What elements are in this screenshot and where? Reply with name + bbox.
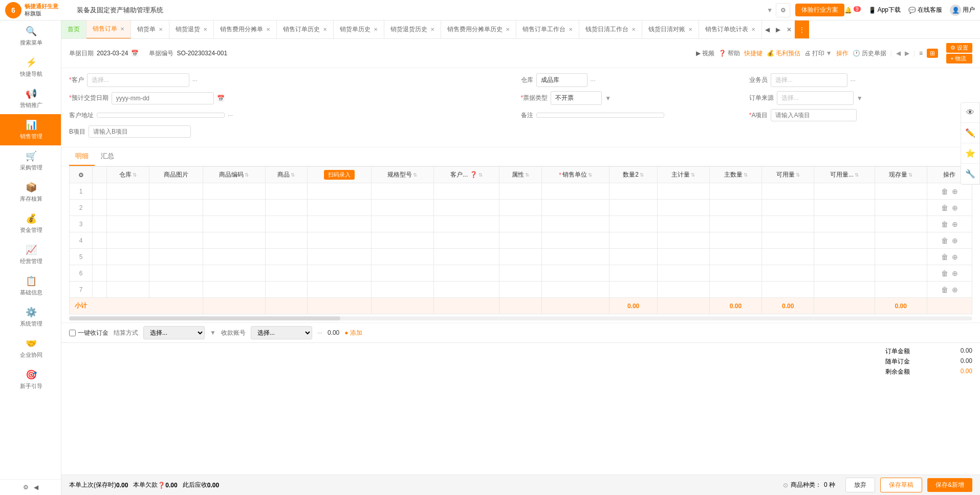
cell-stock-7[interactable] [875, 282, 927, 298]
print-btn[interactable]: 🖨 打印 ▼ [804, 49, 832, 58]
cell-avail2-4[interactable] [814, 232, 875, 249]
cell-unit-1[interactable] [541, 183, 609, 200]
cell-spec-4[interactable] [372, 232, 434, 249]
cell-warehouse-7[interactable] [106, 282, 149, 298]
account-more-btn[interactable]: ··· [317, 329, 322, 336]
cell-mainqty-2[interactable] [709, 200, 761, 216]
cell-attr-6[interactable] [499, 265, 542, 282]
cell-warehouse-4[interactable] [106, 232, 149, 249]
tab-close-sales-expense[interactable]: ✕ [266, 27, 270, 32]
delivery-date-input[interactable] [112, 92, 214, 104]
cell-attr-7[interactable] [499, 282, 542, 298]
sidebar-item-sales[interactable]: 📊 销售管理 [0, 114, 61, 145]
cell-spec-6[interactable] [372, 265, 434, 282]
cell-unit-6[interactable] [541, 265, 609, 282]
delete-row-btn-1[interactable]: 🗑 [940, 186, 949, 197]
cell-code-2[interactable] [203, 200, 265, 216]
cell-qty2-3[interactable] [609, 216, 658, 232]
cell-mainunit-5[interactable] [657, 249, 709, 265]
cell-custcode-4[interactable] [433, 232, 499, 249]
cell-stock-6[interactable] [875, 265, 927, 282]
cell-spec-7[interactable] [372, 282, 434, 298]
cell-qty2-6[interactable] [609, 265, 658, 282]
staff-more-btn[interactable]: ··· [851, 77, 856, 84]
tab-close-order-workbench[interactable]: ✕ [569, 27, 573, 32]
cell-avail-2[interactable] [762, 200, 814, 216]
th-settings[interactable]: ⚙ [70, 167, 93, 183]
app-download-item[interactable]: 📱 App下载 [868, 6, 901, 14]
settings-btn[interactable]: ⚙ 设置 [946, 43, 972, 53]
cell-product-5[interactable] [265, 249, 308, 265]
th-main-qty[interactable]: 主数量⇅ [709, 167, 761, 183]
copy-row-btn-5[interactable]: ⊕ [951, 252, 959, 262]
horizontal-scrollbar[interactable] [69, 316, 972, 320]
cell-mainunit-7[interactable] [657, 282, 709, 298]
th-available-qty[interactable]: 可用量⇅ [762, 167, 814, 183]
cell-mainqty-6[interactable] [709, 265, 761, 282]
save-draft-btn[interactable]: 保存草稿 [880, 478, 922, 492]
ops-btn[interactable]: 操作 [836, 49, 848, 58]
tab-close-sales-return[interactable]: ✕ [203, 27, 207, 32]
cell-qty2-2[interactable] [609, 200, 658, 216]
cell-mainqty-7[interactable] [709, 282, 761, 298]
notice-item[interactable]: 🔔 9 [844, 7, 861, 14]
shortcut-btn[interactable]: 快捷键 [744, 49, 763, 58]
tab-order-stats[interactable]: 销售订单统计表 ✕ [699, 20, 762, 39]
cell-code-5[interactable] [203, 249, 265, 265]
view-btn[interactable]: ▶ 视频 [696, 49, 714, 58]
sidebar-item-basic[interactable]: 📋 基础信息 [0, 270, 61, 302]
tab-close-order-stats[interactable]: ✕ [751, 27, 755, 32]
remark-input[interactable] [536, 113, 664, 118]
cell-warehouse-6[interactable] [106, 265, 149, 282]
tab-expense-history[interactable]: 销售费用分摊单历史 ✕ [441, 20, 516, 39]
cell-custcode-3[interactable] [433, 216, 499, 232]
cell-warehouse-3[interactable] [106, 216, 149, 232]
cell-product-6[interactable] [265, 265, 308, 282]
sidebar-settings-btn[interactable]: ⚙ [23, 484, 29, 491]
copy-row-btn-2[interactable]: ⊕ [951, 203, 959, 213]
nav-prev-btn[interactable]: ◀ [896, 50, 901, 57]
customer-input[interactable]: 选择... [87, 73, 189, 87]
address-input[interactable] [97, 113, 225, 118]
right-panel-tool-btn[interactable]: 🔧 [961, 164, 979, 184]
copy-row-btn-7[interactable]: ⊕ [951, 285, 959, 295]
copy-row-btn-6[interactable]: ⊕ [951, 268, 959, 278]
cell-stock-2[interactable] [875, 200, 927, 216]
solution-btn[interactable]: 体验行业方案 [795, 4, 844, 16]
delete-row-btn-6[interactable]: 🗑 [940, 268, 949, 278]
cell-mainunit-6[interactable] [657, 265, 709, 282]
cell-warehouse-5[interactable] [106, 249, 149, 265]
tab-sales-return[interactable]: 销货退货 ✕ [169, 20, 214, 39]
th-product[interactable]: 商品⇅ [265, 167, 308, 183]
tab-detail[interactable]: 明细 [69, 147, 95, 166]
th-qty2[interactable]: 数量2⇅ [609, 167, 658, 183]
cell-avail-4[interactable] [762, 232, 814, 249]
th-code[interactable]: 商品编码⇅ [203, 167, 265, 183]
sidebar-item-guide[interactable]: 🎯 新手引导 [0, 364, 61, 395]
cell-avail-7[interactable] [762, 282, 814, 298]
add-payment-btn[interactable]: ● 添加 [344, 329, 362, 337]
order-source-input[interactable]: 选择... [777, 91, 854, 105]
cell-mainunit-2[interactable] [657, 200, 709, 216]
sidebar-item-inventory[interactable]: 📦 库存核算 [0, 177, 61, 208]
cell-qty2-5[interactable] [609, 249, 658, 265]
tab-sales-order[interactable]: 销售订单 ✕ [86, 20, 131, 39]
tab-sales-expense[interactable]: 销售费用分摊单 ✕ [214, 20, 277, 39]
cell-spec-1[interactable] [372, 183, 434, 200]
cell-avail2-5[interactable] [814, 249, 875, 265]
tab-order-workbench[interactable]: 销售订单工作台 ✕ [516, 20, 579, 39]
user-item[interactable]: 👤 用户 [950, 5, 975, 16]
th-warehouse[interactable]: 仓库⇅ [106, 167, 149, 183]
goods-info-icon[interactable]: ⊙ [783, 482, 788, 489]
th-stock[interactable]: 现存量⇅ [875, 167, 927, 183]
th-attribute[interactable]: 属性⇅ [499, 167, 542, 183]
cell-code-6[interactable] [203, 265, 265, 282]
cell-unit-3[interactable] [541, 216, 609, 232]
cell-unit-4[interactable] [541, 232, 609, 249]
sidebar-collapse-btn[interactable]: ◀ [34, 484, 38, 491]
sidebar-item-purchase[interactable]: 🛒 采购管理 [0, 145, 61, 177]
tab-summary[interactable]: 汇总 [95, 147, 120, 166]
cell-avail2-2[interactable] [814, 200, 875, 216]
cell-attr-5[interactable] [499, 249, 542, 265]
cell-stock-5[interactable] [875, 249, 927, 265]
